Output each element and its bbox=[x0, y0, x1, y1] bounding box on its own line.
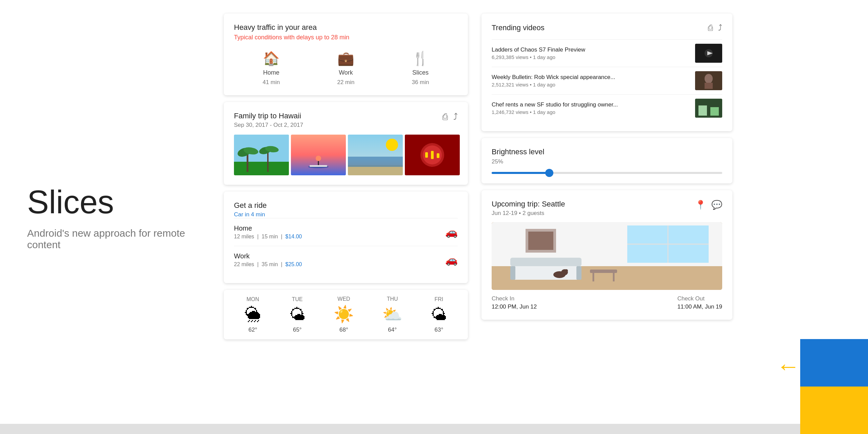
weather-mon: MON 🌦 62° bbox=[245, 296, 261, 333]
ride-home-details: 12 miles | 15 min | $14.00 bbox=[234, 234, 302, 240]
brightness-thumb[interactable] bbox=[545, 169, 553, 177]
svg-rect-38 bbox=[510, 258, 581, 266]
traffic-subtitle: Typical conditions with delays up to 28 … bbox=[234, 34, 458, 41]
dest-home-name: Home bbox=[263, 69, 279, 76]
video-2-title: Weekly Bulletin: Rob Wick special appear… bbox=[492, 74, 690, 81]
ride-work-dest: Work bbox=[234, 252, 302, 260]
svg-rect-20 bbox=[425, 152, 428, 158]
trending-header: Trending videos ⎙ ⤴ bbox=[492, 23, 722, 33]
ride-work-info: Work 22 miles | 35 min | $25.00 bbox=[234, 252, 302, 268]
brightness-title: Brightness level bbox=[492, 147, 722, 156]
ride-option-home[interactable]: Home 12 miles | 15 min | $14.00 🚗 bbox=[234, 218, 458, 246]
video-3-title: Chef rents a new SF studio for strugglin… bbox=[492, 101, 690, 108]
ride-work-price: $25.00 bbox=[285, 261, 302, 267]
video-1-title: Ladders of Chaos S7 Finale Preview bbox=[492, 46, 690, 53]
svg-point-11 bbox=[316, 156, 321, 161]
brightness-card: Brightness level 25% bbox=[481, 138, 732, 183]
video-1-meta: 6,293,385 views • 1 day ago bbox=[492, 54, 690, 60]
center-cards: Heavy traffic in your area Typical condi… bbox=[224, 14, 468, 339]
video-2-info: Weekly Bulletin: Rob Wick special appear… bbox=[492, 74, 690, 87]
dest-slices-name: Slices bbox=[412, 69, 429, 76]
svg-rect-21 bbox=[431, 151, 434, 159]
dest-work: 💼 Work 22 min bbox=[337, 51, 354, 86]
weather-days: MON 🌦 62° TUE 🌤 65° WED ☀️ 68° THU ⛅ 64°… bbox=[231, 296, 461, 333]
corner-blue bbox=[800, 339, 868, 387]
checkout-info: Check In 12:00 PM, Jun 12 Check Out 11:0… bbox=[492, 295, 722, 310]
checkin-time: 12:00 PM, Jun 12 bbox=[492, 303, 537, 310]
car-icon: 🚗 bbox=[445, 226, 458, 238]
ride-option-work[interactable]: Work 22 miles | 35 min | $25.00 🚗 bbox=[234, 246, 458, 274]
svg-rect-1 bbox=[234, 162, 289, 175]
checkin-label: Check In bbox=[492, 295, 537, 302]
upcoming-trip-header: Upcoming trip: Seattle Jun 12-19 • 2 gue… bbox=[492, 200, 722, 217]
dest-home: 🏠 Home 41 min bbox=[262, 51, 280, 86]
car-icon-2: 🚗 bbox=[445, 254, 458, 266]
video-3-info: Chef rents a new SF studio for strugglin… bbox=[492, 101, 690, 115]
svg-rect-30 bbox=[698, 105, 707, 116]
dest-slices: 🍴 Slices 36 min bbox=[412, 51, 429, 86]
checkin-section: Check In 12:00 PM, Jun 12 bbox=[492, 295, 537, 310]
video-3-thumb bbox=[695, 99, 722, 118]
video-1-info: Ladders of Chaos S7 Finale Preview 6,293… bbox=[492, 46, 690, 60]
share-icon[interactable]: ⤴ bbox=[453, 112, 458, 122]
ride-card: Get a ride Car in 4 min Home 12 miles | … bbox=[224, 192, 468, 283]
weather-wed-temp: 68° bbox=[339, 327, 348, 333]
trip-info: Family trip to Hawaii Sep 30, 2017 - Oct… bbox=[234, 112, 303, 129]
brightness-slider[interactable] bbox=[492, 172, 722, 174]
upcoming-trip-actions: 📍 💬 bbox=[695, 200, 722, 210]
home-icon: 🏠 bbox=[263, 51, 280, 66]
upcoming-trip-meta: Jun 12-19 • 2 guests bbox=[492, 210, 565, 217]
video-item-1[interactable]: Ladders of Chaos S7 Finale Preview 6,293… bbox=[492, 39, 722, 67]
briefcase-icon: 💼 bbox=[337, 51, 354, 66]
weather-tue-icon: 🌤 bbox=[289, 305, 305, 324]
corner-decoration: ← bbox=[773, 339, 868, 434]
trending-icons: ⎙ ⤴ bbox=[708, 23, 722, 33]
back-arrow-icon[interactable]: ← bbox=[776, 353, 800, 380]
weather-fri-name: FRI bbox=[434, 296, 443, 302]
trip-photo-3 bbox=[348, 135, 403, 175]
weather-fri: FRI 🌤 63° bbox=[431, 296, 447, 333]
upcoming-trip-card: Upcoming trip: Seattle Jun 12-19 • 2 gue… bbox=[481, 190, 732, 320]
svg-rect-22 bbox=[437, 153, 439, 158]
trip-photo-1 bbox=[234, 135, 289, 175]
checkout-section: Check Out 11:00 AM, Jun 19 bbox=[677, 295, 722, 310]
checkout-time: 11:00 AM, Jun 19 bbox=[677, 303, 722, 310]
weather-fri-icon: 🌤 bbox=[431, 305, 447, 324]
checkout-label: Check Out bbox=[677, 295, 722, 302]
cast-icon-trending[interactable]: ⎙ bbox=[708, 23, 713, 33]
traffic-card: Heavy traffic in your area Typical condi… bbox=[224, 14, 468, 95]
trending-card: Trending videos ⎙ ⤴ Ladders of Chaos S7 … bbox=[481, 14, 732, 131]
dest-slices-time: 36 min bbox=[412, 79, 429, 86]
video-item-3[interactable]: Chef rents a new SF studio for strugglin… bbox=[492, 94, 722, 122]
svg-point-48 bbox=[565, 269, 568, 272]
ride-home-info: Home 12 miles | 15 min | $14.00 bbox=[234, 224, 302, 240]
svg-point-16 bbox=[386, 139, 398, 151]
svg-rect-40 bbox=[576, 266, 581, 280]
traffic-destinations: 🏠 Home 41 min 💼 Work 22 min 🍴 Slices 36 … bbox=[234, 51, 458, 86]
ride-title: Get a ride bbox=[234, 201, 458, 210]
page-title: Slices bbox=[27, 183, 217, 221]
weather-card: MON 🌦 62° TUE 🌤 65° WED ☀️ 68° THU ⛅ 64°… bbox=[224, 290, 468, 339]
svg-rect-8 bbox=[291, 135, 346, 175]
left-panel: Slices Android's new approach for remote… bbox=[0, 0, 217, 434]
video-3-meta: 1,246,732 views • 1 day ago bbox=[492, 109, 690, 115]
weather-wed: WED ☀️ 68° bbox=[334, 296, 354, 333]
trending-title: Trending videos bbox=[492, 23, 545, 32]
svg-rect-31 bbox=[710, 107, 719, 116]
weather-wed-name: WED bbox=[337, 296, 350, 302]
share-icon-trending[interactable]: ⤴ bbox=[718, 23, 722, 33]
weather-thu-temp: 64° bbox=[388, 327, 397, 333]
message-icon[interactable]: 💬 bbox=[711, 200, 722, 210]
upcoming-trip-title: Upcoming trip: Seattle bbox=[492, 200, 565, 209]
brightness-fill bbox=[492, 172, 549, 174]
location-icon[interactable]: 📍 bbox=[695, 200, 706, 210]
svg-rect-12 bbox=[310, 165, 327, 167]
video-item-2[interactable]: Weekly Bulletin: Rob Wick special appear… bbox=[492, 67, 722, 94]
dest-home-time: 41 min bbox=[262, 79, 280, 86]
dest-work-time: 22 min bbox=[337, 79, 354, 86]
svg-rect-15 bbox=[348, 157, 403, 167]
cast-icon[interactable]: ⎙ bbox=[442, 112, 448, 122]
trip-actions: ⎙ ⤴ bbox=[442, 112, 458, 122]
weather-wed-icon: ☀️ bbox=[334, 305, 354, 324]
traffic-title: Heavy traffic in your area bbox=[234, 23, 458, 32]
